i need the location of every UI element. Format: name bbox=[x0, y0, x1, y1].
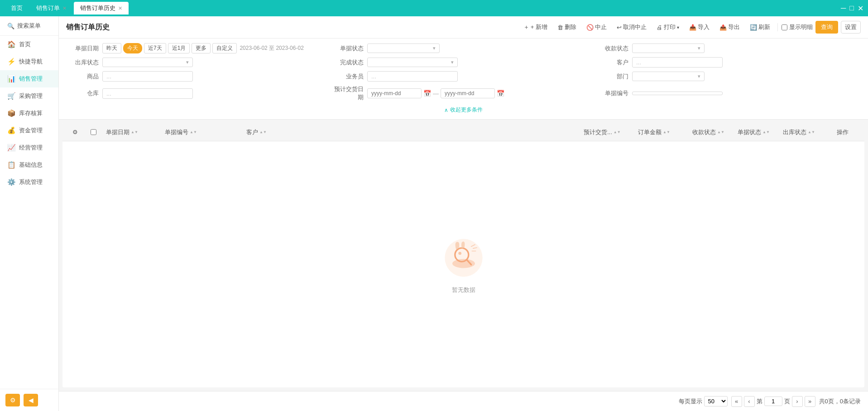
collapse-label: 收起更多条件 bbox=[450, 106, 483, 114]
sidebar-item-system[interactable]: ⚙️ 系统管理 bbox=[0, 174, 58, 191]
collapse-button[interactable]: ∧ 收起更多条件 bbox=[66, 105, 861, 115]
svg-point-4 bbox=[458, 251, 461, 255]
date-btn-custom[interactable]: 自定义 bbox=[212, 43, 237, 53]
date-btn-group: 昨天 今天 近7天 近1月 更多 自定义 bbox=[102, 43, 237, 53]
new-label: + 新增 bbox=[531, 23, 547, 31]
tab-home[interactable]: 首页 bbox=[5, 2, 29, 15]
th-pay-status[interactable]: 收款状态 ▲▼ bbox=[689, 128, 734, 136]
quick-nav-icon: ⚡ bbox=[7, 58, 15, 66]
import-label: 导入 bbox=[698, 23, 710, 31]
calendar-start-icon[interactable]: 📅 bbox=[423, 90, 431, 97]
sidebar-item-operations[interactable]: 📈 经营管理 bbox=[0, 139, 58, 156]
cancel-stop-icon: ↩ bbox=[617, 24, 622, 31]
order-status-select[interactable]: ▾ bbox=[367, 44, 440, 53]
page-next-button[interactable]: › bbox=[792, 396, 803, 407]
page-number-input[interactable] bbox=[764, 396, 782, 406]
sidebar-item-sales[interactable]: 📊 销售管理 bbox=[0, 70, 58, 87]
page-last-button[interactable]: » bbox=[805, 396, 815, 407]
date-btn-custom-label: 自定义 bbox=[216, 45, 233, 51]
stop-button[interactable]: 🚫 中止 bbox=[583, 21, 610, 33]
select-all-checkbox[interactable] bbox=[91, 129, 96, 135]
sidebar-item-inventory[interactable]: 📦 库存核算 bbox=[0, 105, 58, 122]
goods-input[interactable]: ... bbox=[102, 71, 193, 82]
sidebar-item-finance[interactable]: 💰 资金管理 bbox=[0, 122, 58, 139]
sidebar-bottom: ⚙ ◀ bbox=[0, 389, 58, 411]
query-button[interactable]: 查询 bbox=[815, 21, 838, 34]
sidebar-item-quick-nav[interactable]: ⚡ 快捷导航 bbox=[0, 53, 58, 70]
print-label: 打印 bbox=[664, 23, 676, 31]
total-info: 共0页，0条记录 bbox=[819, 397, 861, 406]
query-label: 查询 bbox=[821, 23, 833, 31]
system-icon: ⚙️ bbox=[7, 178, 15, 186]
th-num-label: 单据编号 bbox=[165, 128, 188, 136]
maximize-icon[interactable]: □ bbox=[849, 4, 854, 12]
export-button[interactable]: 📤 导出 bbox=[716, 21, 743, 33]
calendar-end-icon[interactable]: 📅 bbox=[497, 90, 504, 97]
content-area: 销售订单历史 ＋ + 新增 🗑 删除 🚫 中止 ↩ 取消中止 bbox=[59, 16, 868, 411]
import-button[interactable]: 📥 导入 bbox=[686, 21, 713, 33]
order-num-input[interactable] bbox=[632, 92, 723, 95]
cancel-stop-button[interactable]: ↩ 取消中止 bbox=[613, 21, 650, 33]
print-button[interactable]: 🖨 打印 ▾ bbox=[653, 21, 683, 33]
sidebar-item-operations-label: 经营管理 bbox=[19, 144, 43, 152]
page-first-button[interactable]: « bbox=[731, 396, 742, 407]
th-out-status[interactable]: 出库状态 ▲▼ bbox=[779, 128, 825, 136]
tab-list: 首页 销售订单 ✕ 销售订单历史 ✕ bbox=[5, 2, 841, 15]
page-prev-button[interactable]: ‹ bbox=[744, 396, 755, 407]
filter-row-2: 出库状态 ▾ 完成状态 ▾ 客户 ... bbox=[66, 57, 861, 68]
close-icon[interactable]: ✕ bbox=[858, 4, 863, 13]
out-status-select[interactable]: ▾ bbox=[102, 58, 193, 67]
th-checkbox[interactable] bbox=[84, 129, 102, 135]
complete-status-select[interactable]: ▾ bbox=[367, 58, 458, 67]
sidebar-search[interactable]: 🔍 搜索菜单 bbox=[0, 16, 58, 36]
operations-icon: 📈 bbox=[7, 144, 15, 152]
per-page-select[interactable]: 10 20 50 100 bbox=[704, 396, 728, 406]
table-settings-icon[interactable]: ⚙ bbox=[72, 129, 78, 135]
delivery-date-start-input[interactable] bbox=[367, 88, 422, 98]
minimize-icon[interactable]: ─ bbox=[841, 4, 846, 12]
tab-sales-order[interactable]: 销售订单 ✕ bbox=[30, 2, 73, 15]
th-date-label: 单据日期 bbox=[106, 128, 129, 136]
date-btn-1month[interactable]: 近1月 bbox=[168, 43, 190, 53]
refresh-button[interactable]: 🔄 刷新 bbox=[746, 21, 774, 33]
date-btn-7days[interactable]: 近7天 bbox=[144, 43, 166, 53]
delete-button[interactable]: 🗑 删除 bbox=[554, 21, 580, 33]
sidebar-item-home[interactable]: 🏠 首页 bbox=[0, 36, 58, 53]
sidebar-collapse-button[interactable]: ◀ bbox=[24, 394, 38, 406]
basic-info-icon: 📋 bbox=[7, 161, 15, 169]
export-label: 导出 bbox=[728, 23, 740, 31]
th-num[interactable]: 单据编号 ▲▼ bbox=[161, 128, 243, 136]
delivery-date-end-input[interactable] bbox=[441, 88, 495, 98]
sidebar-item-basic-info[interactable]: 📋 基础信息 bbox=[0, 156, 58, 174]
tab-sales-order-close[interactable]: ✕ bbox=[62, 5, 67, 11]
th-date[interactable]: 单据日期 ▲▼ bbox=[102, 128, 161, 136]
dept-select[interactable]: ▾ bbox=[632, 72, 705, 81]
tab-sales-order-history-close[interactable]: ✕ bbox=[118, 5, 122, 11]
display-cols-checkbox[interactable] bbox=[782, 24, 787, 30]
sidebar-settings-button[interactable]: ⚙ bbox=[5, 394, 20, 406]
customer-input[interactable]: ... bbox=[632, 57, 723, 68]
warehouse-input[interactable]: ... bbox=[102, 88, 193, 99]
th-settings[interactable]: ⚙ bbox=[66, 129, 84, 135]
goods-control: ... bbox=[102, 71, 331, 82]
settings-button[interactable]: 设置 bbox=[841, 21, 861, 34]
date-btn-yesterday[interactable]: 昨天 bbox=[102, 43, 121, 53]
new-button[interactable]: ＋ + 新增 bbox=[520, 21, 551, 33]
print-chevron-icon: ▾ bbox=[677, 25, 679, 30]
sidebar-item-system-label: 系统管理 bbox=[19, 178, 43, 186]
date-btn-yesterday-label: 昨天 bbox=[106, 45, 117, 51]
th-customer[interactable]: 客户 ▲▼ bbox=[243, 128, 580, 136]
th-order-status[interactable]: 单据状态 ▲▼ bbox=[734, 128, 779, 136]
tab-sales-order-history[interactable]: 销售订单历史 ✕ bbox=[74, 2, 129, 15]
date-btn-today[interactable]: 今天 bbox=[123, 43, 142, 53]
salesperson-control: ... bbox=[367, 71, 596, 82]
display-cols-checkbox-row[interactable]: 显示明细 bbox=[782, 23, 813, 31]
date-filter-label: 单据日期 bbox=[66, 44, 102, 53]
date-btn-more[interactable]: 更多 bbox=[192, 43, 211, 53]
table-header: ⚙ 单据日期 ▲▼ 单据编号 ▲▼ 客户 ▲▼ 预计交货. bbox=[62, 123, 864, 141]
salesperson-input[interactable]: ... bbox=[367, 71, 458, 82]
th-delivery[interactable]: 预计交货... ▲▼ bbox=[580, 128, 634, 136]
pay-status-select[interactable]: ▾ bbox=[632, 44, 705, 53]
sidebar-item-purchase[interactable]: 🛒 采购管理 bbox=[0, 87, 58, 105]
th-amount[interactable]: 订单金额 ▲▼ bbox=[634, 128, 689, 136]
